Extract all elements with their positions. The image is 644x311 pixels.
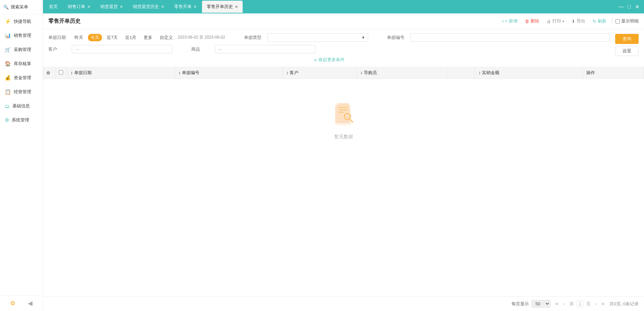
last-page-btn[interactable]: ⊳ [600, 301, 607, 307]
tab-close-icon[interactable]: ✕ [120, 5, 123, 9]
close-btn[interactable]: ✕ [635, 4, 639, 10]
sidebar-search[interactable]: 🔍 搜索采单 [0, 0, 43, 14]
date-btn-7days[interactable]: 近7天 [104, 34, 120, 41]
prev-page-btn[interactable]: ‹ [561, 301, 566, 307]
page-header: 零售开单历史 ＋ + 新增 🗑 删除 🖨 打印 ▾ ⬇ 导出 [43, 13, 644, 29]
sidebar-item-base-info[interactable]: 🗂 基础信息 [0, 99, 43, 113]
collapse-icon[interactable]: ◀ [28, 300, 33, 307]
next-page-btn[interactable]: › [594, 301, 598, 307]
purchase-icon: 🛒 [5, 47, 11, 53]
col-settings[interactable]: ⚙ [43, 67, 55, 79]
settings-button[interactable]: 设置 [615, 46, 639, 56]
show-detail-checkbox[interactable] [615, 19, 620, 23]
page-suffix: 页 [585, 300, 592, 308]
sidebar-item-sys-mgmt[interactable]: ⚙ 系统管理 [0, 113, 43, 127]
tab-sales-return-label: 销货退货 [100, 4, 118, 10]
bill-no-label: 单据编号 [387, 35, 405, 41]
tab-home-label: 首页 [49, 4, 58, 10]
export-button[interactable]: ⬇ 导出 [569, 17, 587, 25]
tab-close-icon[interactable]: ✕ [194, 5, 197, 9]
per-page-select[interactable]: 50 20 100 [532, 300, 550, 308]
sales-icon: 📊 [5, 33, 11, 39]
bill-no-input[interactable] [414, 35, 470, 40]
collapse-row[interactable]: ∧ 收起更多条件 [48, 57, 610, 63]
col-date[interactable]: ↕ 单据日期 [67, 67, 175, 79]
query-button[interactable]: 查询 [615, 34, 639, 44]
per-page-label: 每页显示 [511, 301, 529, 307]
col-action: 操作 [583, 67, 644, 79]
show-detail-checkbox-label[interactable]: 显示明细 [615, 18, 639, 24]
bill-no-input-wrap[interactable] [410, 33, 610, 42]
add-button[interactable]: ＋ + 新增 [499, 17, 519, 25]
sidebar-item-finance[interactable]: 💰 资金管理 [0, 71, 43, 85]
add-icon: ＋ [501, 18, 505, 24]
date-buttons: 昨天 今天 近7天 近1月 更多 自定义 2023-06-02 至 2023-0… [72, 34, 225, 41]
goods-input[interactable] [218, 47, 275, 52]
col-salesperson[interactable]: ↕ 导购员 [357, 67, 448, 79]
customer-label: 客户 [48, 46, 66, 52]
maximize-btn[interactable]: □ [628, 4, 631, 10]
page-nav: ⊲ ‹ 第 1 页 › ⊳ [553, 300, 607, 308]
tab-sales-return-history[interactable]: 销货退货历史 ✕ [128, 1, 169, 13]
tab-close-icon[interactable]: ✕ [235, 5, 238, 9]
tab-close-icon[interactable]: ✕ [87, 5, 90, 9]
goods-input-wrap[interactable] [215, 45, 315, 53]
customer-input[interactable] [76, 47, 132, 52]
tab-retail-open[interactable]: 零售开单 ✕ [169, 1, 201, 13]
col-no[interactable]: ↕ 单据编号 [175, 67, 283, 79]
col-customer[interactable]: ↕ 客户 [283, 67, 357, 79]
quick-nav-icon: ⚡ [5, 18, 11, 24]
settings-icon[interactable]: ⚙ [10, 300, 15, 307]
customer-input-wrap[interactable] [72, 45, 172, 53]
col-amount[interactable]: ↕ 实销金额 [475, 67, 583, 79]
export-icon: ⬇ [572, 19, 575, 24]
col-spacer [448, 67, 475, 79]
print-dropdown-icon: ▾ [562, 19, 564, 23]
empty-text: 暂无数据 [334, 134, 353, 140]
delete-button[interactable]: 🗑 删除 [523, 17, 541, 25]
sidebar-item-label: 经营管理 [14, 89, 31, 95]
bill-type-select[interactable]: ▾ [267, 33, 368, 42]
col-checkbox[interactable] [55, 67, 67, 79]
refresh-button[interactable]: ↻ 刷新 [591, 17, 608, 25]
print-button[interactable]: 🖨 打印 ▾ [545, 17, 566, 25]
sidebar-item-purchase-mgmt[interactable]: 🛒 采购管理 [0, 43, 43, 57]
first-page-btn[interactable]: ⊲ [553, 301, 560, 307]
page-title: 零售开单历史 [48, 18, 81, 25]
empty-state: 暂无数据 [43, 79, 644, 160]
sidebar-item-label: 销售管理 [14, 33, 31, 39]
page-number[interactable]: 1 [577, 300, 583, 307]
tab-retail-open-history[interactable]: 零售开单历史 ✕ [202, 1, 243, 13]
svg-line-8 [350, 119, 352, 122]
sidebar-item-label: 资金管理 [14, 75, 31, 81]
sidebar-item-inventory[interactable]: 🏠 库存核算 [0, 57, 43, 71]
tab-sales-return[interactable]: 销货退货 ✕ [96, 1, 128, 13]
inventory-icon: 🏠 [5, 61, 11, 67]
tab-sales-order[interactable]: 销售订单 ✕ [63, 1, 95, 13]
date-btn-1month[interactable]: 近1月 [122, 34, 139, 41]
toolbar: ＋ + 新增 🗑 删除 🖨 打印 ▾ ⬇ 导出 ↻ [499, 17, 639, 25]
sidebar-item-operations[interactable]: 📋 经营管理 [0, 85, 43, 99]
date-btn-custom[interactable]: 自定义 [157, 34, 176, 41]
date-btn-yesterday[interactable]: 昨天 [72, 34, 86, 41]
tab-close-icon[interactable]: ✕ [161, 5, 164, 9]
tab-home[interactable]: 首页 [44, 1, 62, 13]
date-btn-more[interactable]: 更多 [141, 34, 155, 41]
tab-bar: 首页 销售订单 ✕ 销货退货 ✕ 销货退货历史 ✕ 零售开单 ✕ 零售开单历史 … [43, 0, 644, 13]
collapse-label: 收起更多条件 [318, 57, 345, 63]
refresh-icon: ↻ [593, 19, 596, 24]
print-icon: 🖨 [547, 19, 551, 24]
delete-icon: 🗑 [525, 19, 529, 24]
sidebar-item-quick-nav[interactable]: ⚡ 快捷导航 [0, 14, 43, 29]
select-all-checkbox[interactable] [59, 70, 63, 74]
sidebar-item-label: 采购管理 [14, 47, 31, 53]
tab-retail-open-label: 零售开单 [174, 4, 192, 10]
sidebar-item-sales-mgmt[interactable]: 📊 销售管理 [0, 29, 43, 43]
search-icon: 🔍 [3, 5, 9, 10]
date-btn-today[interactable]: 今天 [88, 34, 102, 41]
base-info-icon: 🗂 [5, 103, 10, 109]
total-text: 共0页, 0条记录 [609, 301, 639, 307]
sidebar-item-label: 系统管理 [12, 117, 29, 123]
minimize-btn[interactable]: — [618, 4, 624, 10]
toolbar-divider [612, 18, 612, 24]
